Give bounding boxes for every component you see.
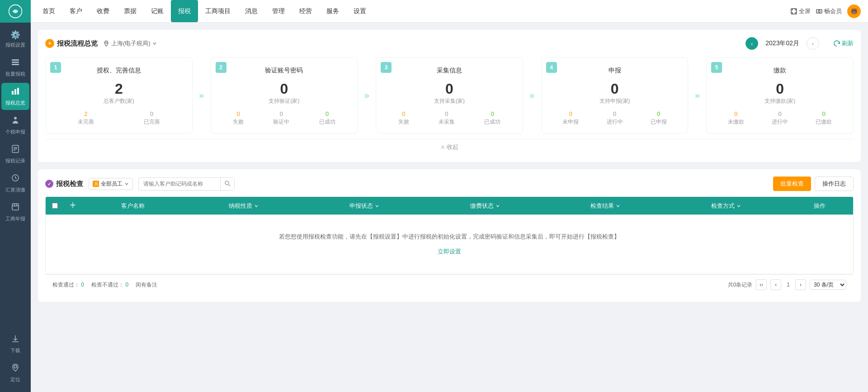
- sidebar-item-batch-tax[interactable]: 批量报税: [1, 54, 29, 81]
- nav-business[interactable]: 工商项目: [198, 0, 238, 22]
- sidebar-item-location[interactable]: 定位: [1, 359, 29, 387]
- nav-management[interactable]: 管理: [265, 0, 292, 22]
- filter-chevron-icon: [124, 182, 129, 186]
- sidebar-item-tax-records[interactable]: 报税记录: [1, 141, 29, 168]
- first-page-button[interactable]: ‹‹: [756, 279, 767, 290]
- employee-icon: 员: [93, 181, 99, 187]
- sidebar-item-personal-tax[interactable]: 个税申报: [1, 112, 29, 139]
- step-1-sublabel: 总客户数(家): [53, 97, 185, 105]
- sidebar-item-tax-settings[interactable]: ⚙️ 报税设置: [1, 26, 29, 52]
- th-declaration-status[interactable]: 申报状态: [304, 197, 425, 215]
- nav-settings[interactable]: 设置: [346, 0, 373, 22]
- svg-line-24: [229, 184, 231, 186]
- step-3-detail-1[interactable]: 0 未采集: [439, 110, 455, 126]
- svg-point-3: [818, 10, 820, 12]
- nav-fee[interactable]: 收费: [90, 0, 117, 22]
- step-3-count: 0: [383, 80, 515, 97]
- step-1-detail-1[interactable]: 0 已完善: [144, 110, 160, 126]
- sidebar-item-annual-settlement[interactable]: 汇算清缴: [1, 170, 29, 197]
- th-tax-nature[interactable]: 纳税性质: [184, 197, 304, 215]
- prev-month-button[interactable]: ‹: [745, 37, 758, 50]
- month-navigation: ‹ 2023年02月 ›: [745, 37, 819, 50]
- nav-service[interactable]: 服务: [319, 0, 346, 22]
- step-5-detail-1[interactable]: 0 进行中: [772, 110, 788, 126]
- step-1-detail-0[interactable]: 2 未完善: [78, 110, 94, 126]
- svg-point-10: [14, 117, 17, 120]
- step-2-detail-1[interactable]: 0 验证中: [273, 110, 289, 126]
- step-1-card: 1 授权、完善信息 2 总客户数(家) 2 未完善 0 已完善: [45, 57, 193, 134]
- search-button[interactable]: [220, 178, 234, 190]
- batch-tax-icon: [11, 57, 20, 69]
- step-4-number: 4: [546, 62, 557, 73]
- step-5-title: 缴款: [714, 65, 846, 75]
- avatar[interactable]: 🐻: [847, 5, 861, 18]
- search-input[interactable]: [139, 178, 220, 189]
- step-4-detail-1[interactable]: 0 进行中: [607, 110, 623, 126]
- step-1-details: 2 未完善 0 已完善: [53, 110, 185, 126]
- select-all-checkbox[interactable]: [52, 203, 58, 209]
- step-arrow-4: »: [688, 57, 706, 134]
- app-logo[interactable]: [0, 0, 31, 23]
- tax-records-icon: [11, 144, 20, 156]
- operation-log-button[interactable]: 操作日志: [815, 177, 854, 191]
- check-fail-label: 检查不通过： 0: [91, 281, 128, 289]
- next-page-button[interactable]: ›: [795, 279, 806, 290]
- step-5-number: 5: [711, 62, 722, 73]
- step-5-detail-0[interactable]: 0 未缴款: [728, 110, 744, 126]
- refresh-button[interactable]: 刷新: [834, 39, 854, 48]
- step-3-card: 3 采集信息 0 支持采集(家) 0 失败 0 未采集: [376, 57, 523, 134]
- step-2-number: 2: [216, 62, 226, 73]
- nav-bookkeeping[interactable]: 记账: [144, 0, 171, 22]
- step-4-detail-2[interactable]: 0 已申报: [651, 110, 667, 126]
- step-arrow-3: »: [523, 57, 541, 134]
- table-header-row: 客户名称 纳税性质 申报状态: [46, 197, 853, 215]
- step-4-count: 0: [549, 80, 681, 97]
- collapse-button[interactable]: ∧ 收起: [45, 139, 854, 155]
- step-4-detail-0[interactable]: 0 未申报: [562, 110, 579, 126]
- sidebar-bottom: 下载 定位: [1, 330, 29, 392]
- settings-icon[interactable]: [69, 201, 76, 209]
- th-payment-status[interactable]: 缴费状态: [425, 197, 545, 215]
- prev-page-button[interactable]: ‹: [770, 279, 781, 290]
- download-icon: [11, 334, 20, 345]
- nav-invoice[interactable]: 票据: [117, 0, 144, 22]
- step-1-count: 2: [53, 80, 185, 97]
- step-5-detail-2[interactable]: 0 已缴款: [816, 110, 832, 126]
- sidebar-item-annual-report[interactable]: 工商年报: [1, 199, 29, 226]
- step-2-detail-2[interactable]: 0 已成功: [319, 110, 335, 126]
- step-5-count: 0: [714, 80, 846, 97]
- sidebar-item-tax-overview[interactable]: 报税总览: [1, 83, 29, 110]
- nav-client[interactable]: 客户: [62, 0, 90, 22]
- tax-check-table: 客户名称 纳税性质 申报状态: [45, 196, 854, 274]
- total-records: 共0条记录: [728, 281, 753, 289]
- svg-rect-8: [14, 89, 16, 95]
- next-month-button[interactable]: ›: [807, 37, 819, 50]
- fail-count-link[interactable]: 0: [125, 282, 128, 288]
- fullscreen-button[interactable]: 全屏: [791, 7, 811, 15]
- nav-tax[interactable]: 报税: [171, 0, 198, 22]
- pass-count-link[interactable]: 0: [81, 282, 84, 288]
- per-page-select[interactable]: 30 条/页 50 条/页 100 条/页: [810, 280, 846, 290]
- chevron-up-icon: ∧: [440, 143, 445, 150]
- step-3-detail-2[interactable]: 0 已成功: [484, 110, 500, 126]
- svg-rect-4: [12, 59, 19, 61]
- step-2-detail-0[interactable]: 0 失败: [233, 110, 244, 126]
- table-body-scroll[interactable]: 若您想使用报税检查功能，请先在【报税设置】中进行报税的初始化设置，完成密码验证和…: [46, 215, 853, 274]
- employee-filter[interactable]: 员 全部员工: [89, 178, 133, 190]
- step-3-detail-0[interactable]: 0 失败: [398, 110, 409, 126]
- tax-check-icon: ✓: [45, 180, 53, 188]
- member-button[interactable]: 畅会员: [816, 7, 842, 15]
- nav-message[interactable]: 消息: [238, 0, 265, 22]
- setup-link[interactable]: 立即设置: [438, 248, 461, 255]
- main-layout: ⚙️ 报税设置 批量报税 报税总览: [0, 23, 868, 392]
- nav-operation[interactable]: 经营: [292, 0, 319, 22]
- search-wrap: [138, 177, 235, 191]
- th-check-result[interactable]: 检查结果: [545, 197, 666, 215]
- location-tag[interactable]: 上海(电子税局): [103, 39, 157, 48]
- batch-check-button[interactable]: 批量检查: [773, 177, 811, 191]
- th-check-method[interactable]: 检查方式: [665, 197, 786, 215]
- overview-card: + 报税流程总览 上海(电子税局) ‹ 2023年02月 ›: [38, 30, 861, 162]
- sidebar-item-download[interactable]: 下载: [1, 330, 29, 358]
- nav-home[interactable]: 首页: [35, 0, 62, 22]
- main-content: + 报税流程总览 上海(电子税局) ‹ 2023年02月 ›: [31, 23, 868, 392]
